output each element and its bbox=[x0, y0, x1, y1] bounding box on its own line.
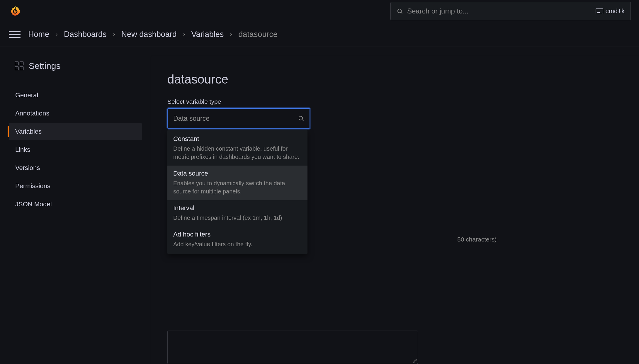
breadcrumb-new-dashboard[interactable]: New dashboard bbox=[121, 30, 177, 39]
dropdown-option-interval[interactable]: Interval Define a timespan interval (ex … bbox=[167, 200, 307, 227]
search-icon bbox=[298, 115, 304, 122]
svg-line-2 bbox=[401, 12, 402, 13]
menu-toggle-button[interactable] bbox=[9, 29, 21, 40]
dropdown-option-data-source[interactable]: Data source Enables you to dynamically s… bbox=[167, 166, 307, 200]
chevron-right-icon bbox=[55, 33, 59, 37]
dropdown-option-constant[interactable]: Constant Define a hidden constant variab… bbox=[167, 131, 307, 166]
hint-text-fragment: 50 characters) bbox=[457, 236, 497, 243]
apps-icon bbox=[15, 62, 23, 70]
description-textarea[interactable] bbox=[167, 331, 418, 364]
svg-point-3 bbox=[299, 116, 303, 120]
page-title: datasource bbox=[167, 72, 623, 86]
breadcrumb-dashboards[interactable]: Dashboards bbox=[64, 30, 107, 39]
svg-point-1 bbox=[398, 9, 402, 13]
svg-line-4 bbox=[302, 120, 303, 121]
breadcrumb-home[interactable]: Home bbox=[28, 30, 49, 39]
sidebar-item-variables[interactable]: Variables bbox=[9, 123, 142, 140]
sidebar-item-links[interactable]: Links bbox=[9, 141, 142, 158]
global-search-input[interactable]: Search or jump to... cmd+k bbox=[390, 2, 631, 20]
variable-type-select[interactable]: Data source bbox=[167, 108, 310, 129]
grafana-logo-icon[interactable] bbox=[8, 4, 22, 18]
sidebar-item-annotations[interactable]: Annotations bbox=[9, 105, 142, 122]
sidebar-title: Settings bbox=[29, 61, 60, 71]
keyboard-icon bbox=[596, 8, 603, 14]
breadcrumb-current: datasource bbox=[238, 30, 278, 39]
variable-type-dropdown: Constant Define a hidden constant variab… bbox=[167, 130, 307, 254]
sidebar-item-json-model[interactable]: JSON Model bbox=[9, 196, 142, 213]
dropdown-option-ad-hoc-filters[interactable]: Ad hoc filters Add key/value filters on … bbox=[167, 227, 307, 253]
chevron-right-icon bbox=[182, 33, 186, 37]
search-icon bbox=[397, 8, 403, 14]
sidebar-item-general[interactable]: General bbox=[9, 87, 142, 104]
select-placeholder: Data source bbox=[173, 115, 298, 123]
breadcrumb-variables[interactable]: Variables bbox=[191, 30, 224, 39]
chevron-right-icon bbox=[112, 33, 116, 37]
sidebar-item-versions[interactable]: Versions bbox=[9, 159, 142, 176]
variable-type-label: Select variable type bbox=[167, 98, 623, 105]
sidebar-item-permissions[interactable]: Permissions bbox=[9, 178, 142, 195]
search-shortcut-hint: cmd+k bbox=[596, 7, 625, 15]
chevron-right-icon bbox=[229, 33, 233, 37]
search-placeholder: Search or jump to... bbox=[407, 7, 596, 15]
